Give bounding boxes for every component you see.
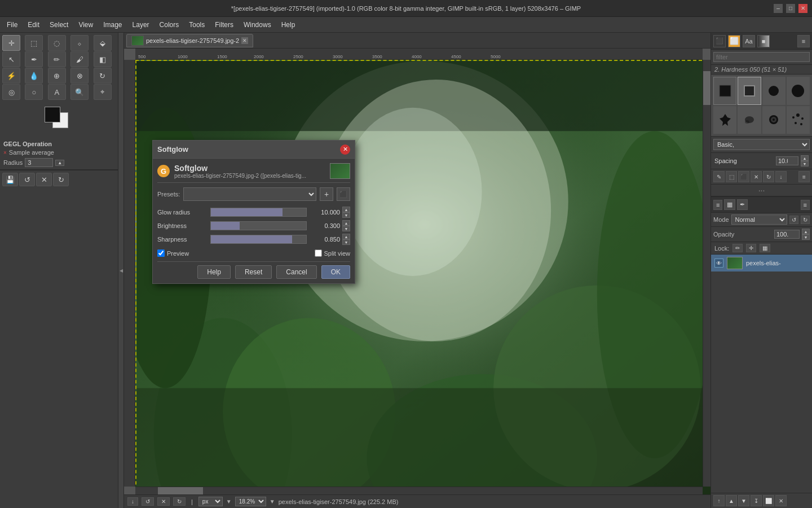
- menu-colors[interactable]: Colors: [155, 19, 184, 30]
- minimize-button[interactable]: –: [774, 4, 783, 13]
- sharpness-spinbox[interactable]: ▲ ▼: [342, 234, 350, 245]
- paintbrush-tool[interactable]: 🖌: [70, 51, 89, 67]
- ok-button[interactable]: OK: [321, 265, 350, 279]
- zoom-down[interactable]: ▼: [270, 498, 275, 505]
- brush-item-2[interactable]: [738, 77, 761, 105]
- layer-item[interactable]: 👁 pexels-elias-: [711, 255, 812, 271]
- brightness-spinbox[interactable]: ▲ ▼: [342, 220, 350, 231]
- sharpness-slider[interactable]: [210, 235, 307, 244]
- layers-tab-btn[interactable]: ≡: [713, 200, 722, 210]
- channels-tab-btn[interactable]: ▦: [724, 199, 735, 210]
- brush-refresh-btn[interactable]: ↻: [763, 171, 774, 182]
- menu-tools[interactable]: Tools: [184, 19, 209, 30]
- eraser-tool[interactable]: ◧: [94, 51, 112, 67]
- vertical-scrollbar[interactable]: [703, 60, 710, 487]
- lock-position-btn[interactable]: ✛: [746, 244, 756, 252]
- brush-item-6[interactable]: [738, 106, 761, 134]
- brush-copy-btn[interactable]: ⬚: [726, 171, 737, 182]
- h-scrollbar-thumb[interactable]: [158, 487, 203, 494]
- menu-layer[interactable]: Layer: [128, 19, 154, 30]
- undo-icon[interactable]: ↺: [19, 173, 35, 186]
- redo-button[interactable]: ↻: [173, 497, 186, 506]
- help-button[interactable]: Help: [197, 265, 231, 279]
- layer-undo-btn[interactable]: ↺: [789, 216, 798, 224]
- lock-pixels-btn[interactable]: ✏: [732, 244, 743, 252]
- smudge-tool[interactable]: ↻: [94, 68, 112, 84]
- reset-button[interactable]: Reset: [235, 265, 272, 279]
- foreground-color-swatch[interactable]: [45, 107, 60, 122]
- menu-view[interactable]: View: [74, 19, 98, 30]
- brush-item-3[interactable]: [762, 77, 785, 105]
- delete-layer-btn[interactable]: ✕: [775, 495, 787, 506]
- layers-panel-menu[interactable]: ≡: [801, 200, 810, 210]
- panel-menu-btn[interactable]: ≡: [797, 35, 810, 47]
- preview-label[interactable]: Preview: [167, 250, 189, 257]
- zoom-select[interactable]: 18.2% 25% 50% 100%: [235, 497, 266, 506]
- split-view-label[interactable]: Split view: [324, 250, 350, 257]
- brush-icon-btn[interactable]: ⬛: [713, 35, 726, 47]
- brush-item-7[interactable]: [762, 106, 785, 134]
- brush-item-1[interactable]: [713, 77, 736, 105]
- dodge-tool[interactable]: ○: [25, 84, 43, 100]
- gegl-x-mark[interactable]: ×: [3, 150, 7, 156]
- v-scrollbar-thumb[interactable]: [703, 71, 710, 105]
- brush-item-5[interactable]: [713, 106, 736, 134]
- glow-radius-spinbox[interactable]: ▲ ▼: [342, 207, 350, 218]
- menu-filters[interactable]: Filters: [210, 19, 238, 30]
- spacing-up-btn[interactable]: ▲: [801, 155, 809, 161]
- duplicate-layer-btn[interactable]: ↧: [751, 495, 762, 506]
- redo-icon[interactable]: ↻: [53, 173, 69, 186]
- blur-tool[interactable]: ◎: [2, 84, 20, 100]
- zoom-tool[interactable]: 🔍: [70, 84, 89, 100]
- dialog-close-button[interactable]: ✕: [340, 144, 350, 155]
- save-icon[interactable]: 💾: [2, 173, 18, 186]
- delete-layer-button[interactable]: ✕: [157, 497, 170, 506]
- fuzzy-select-tool[interactable]: ⬙: [94, 35, 112, 51]
- lock-alpha-btn[interactable]: ▦: [760, 244, 770, 252]
- gradient-icon-btn[interactable]: ■: [757, 35, 770, 47]
- radius-input[interactable]: [25, 158, 53, 167]
- measure-tool[interactable]: ⌖: [94, 84, 112, 100]
- pencil-tool[interactable]: ✏: [48, 51, 66, 67]
- brush-type-select[interactable]: Basic, Bristle Classic: [713, 139, 810, 150]
- menu-help[interactable]: Help: [277, 19, 300, 30]
- mode-select[interactable]: Normal Multiply Screen Overlay: [731, 214, 787, 225]
- paths-tool[interactable]: ✒: [25, 51, 43, 67]
- layer-visibility-toggle[interactable]: 👁: [714, 259, 723, 268]
- rect-select-tool[interactable]: ⬚: [25, 35, 43, 51]
- brush-item-4[interactable]: [787, 77, 810, 105]
- menu-edit[interactable]: Edit: [23, 19, 44, 30]
- unit-select[interactable]: px mm: [198, 497, 223, 506]
- brush-delete-btn[interactable]: ✕: [751, 171, 762, 182]
- clone-tool[interactable]: ⊗: [70, 68, 89, 84]
- airbrush-tool[interactable]: ⚡: [2, 68, 20, 84]
- glow-radius-slider[interactable]: [210, 208, 307, 217]
- delete-icon[interactable]: ✕: [36, 173, 52, 186]
- spacing-input[interactable]: [776, 156, 798, 165]
- ellipse-select-tool[interactable]: ◌: [48, 35, 66, 51]
- brush-export-btn[interactable]: ↓: [775, 171, 787, 182]
- heal-tool[interactable]: ⊕: [48, 68, 66, 84]
- glow-radius-up[interactable]: ▲: [342, 207, 350, 212]
- merge-layer-btn[interactable]: ⬜: [763, 495, 774, 506]
- menu-file[interactable]: File: [2, 19, 22, 30]
- radius-spin-up[interactable]: ▲: [55, 160, 64, 166]
- font-icon-btn[interactable]: Aa: [743, 35, 755, 47]
- brightness-down[interactable]: ▼: [342, 226, 350, 231]
- opacity-down-btn[interactable]: ▼: [802, 234, 810, 240]
- softglow-dialog[interactable]: Softglow ✕ G Softglow pexels-elias-tigis…: [152, 140, 355, 284]
- brush-duplicate-btn[interactable]: ⬛: [738, 171, 749, 182]
- move-tool[interactable]: ✛: [2, 35, 20, 51]
- brush-filter-input[interactable]: [713, 52, 810, 62]
- brush-menu-btn[interactable]: ≡: [798, 171, 810, 182]
- brush-edit-btn[interactable]: ✎: [713, 171, 725, 182]
- new-layer-btn[interactable]: ↑: [713, 495, 725, 506]
- pattern-icon-btn[interactable]: ⬜: [728, 35, 740, 47]
- brightness-slider[interactable]: [210, 221, 307, 230]
- panel-toggle[interactable]: ◀: [118, 33, 124, 508]
- presets-select[interactable]: [183, 187, 316, 201]
- brightness-up[interactable]: ▲: [342, 220, 350, 226]
- maximize-button[interactable]: □: [786, 4, 795, 13]
- cancel-button[interactable]: Cancel: [276, 265, 316, 279]
- tab-close-button[interactable]: ✕: [241, 37, 248, 44]
